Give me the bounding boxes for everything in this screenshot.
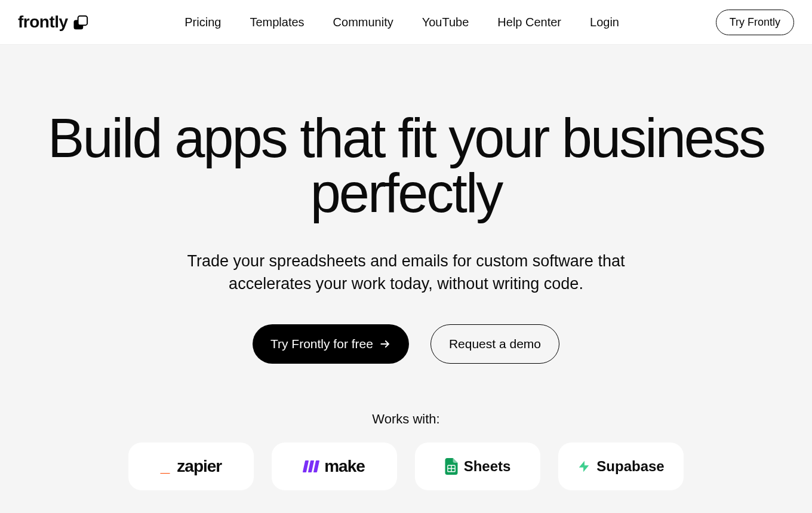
make-icon [303, 460, 319, 472]
nav-youtube[interactable]: YouTube [422, 16, 469, 29]
nav-templates[interactable]: Templates [250, 16, 304, 29]
integration-zapier: _zapier [128, 443, 254, 490]
arrow-right-icon [379, 338, 391, 350]
supabase-icon [577, 459, 590, 474]
try-free-label: Try Frontly for free [270, 337, 373, 351]
sheets-icon [445, 458, 458, 475]
nav-community[interactable]: Community [333, 16, 393, 29]
cta-row: Try Frontly for free Request a demo [48, 324, 764, 364]
svg-rect-2 [78, 16, 87, 24]
zapier-label: zapier [177, 457, 222, 476]
nav-pricing[interactable]: Pricing [184, 16, 221, 29]
hero-section: Build apps that fit your business perfec… [0, 45, 812, 490]
make-label: make [324, 457, 365, 476]
site-header: frontly Pricing Templates Community YouT… [0, 0, 812, 45]
works-with-section: Works with: _zapier make Sheets [48, 411, 764, 490]
zapier-icon: _ [161, 457, 170, 476]
works-with-title: Works with: [48, 411, 764, 427]
nav-help-center[interactable]: Help Center [497, 16, 561, 29]
try-free-button[interactable]: Try Frontly for free [253, 324, 409, 364]
brand-logo[interactable]: frontly [18, 13, 88, 32]
brand-name: frontly [18, 13, 68, 32]
integration-sheets: Sheets [415, 443, 540, 490]
works-with-row: _zapier make Sheets [48, 443, 764, 490]
sheets-label: Sheets [464, 458, 511, 475]
supabase-label: Supabase [596, 458, 664, 475]
integration-supabase: Supabase [558, 443, 684, 490]
brand-mark-icon [72, 14, 88, 30]
hero-headline: Build apps that fit your business perfec… [48, 110, 764, 220]
hero-subhead: Trade your spreadsheets and emails for c… [161, 250, 651, 296]
try-frontly-button[interactable]: Try Frontly [716, 10, 794, 35]
request-demo-button[interactable]: Request a demo [430, 324, 559, 364]
primary-nav: Pricing Templates Community YouTube Help… [184, 16, 619, 29]
nav-login[interactable]: Login [590, 16, 619, 29]
integration-make: make [272, 443, 397, 490]
